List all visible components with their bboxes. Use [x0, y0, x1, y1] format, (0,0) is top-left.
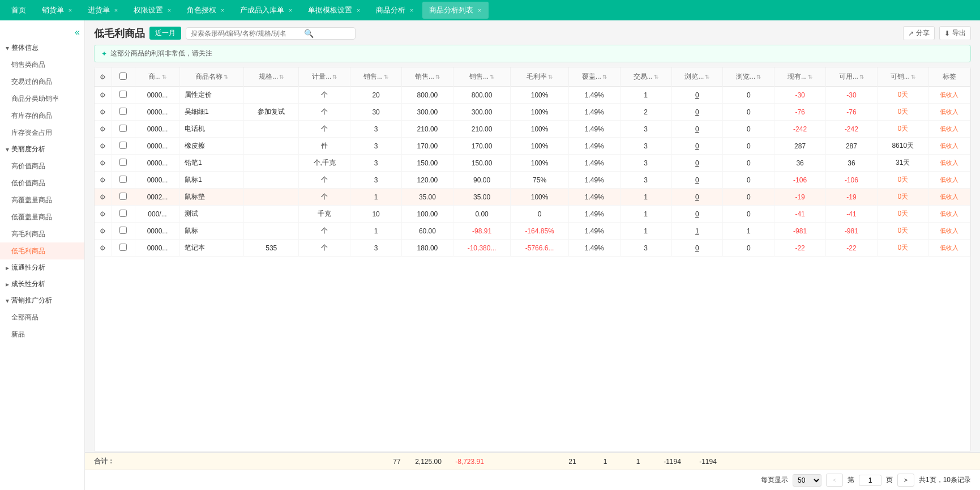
sort-unit[interactable]: 计量... ⇅ [312, 72, 337, 82]
sidebar-item-new-goods[interactable]: 新品 [0, 326, 84, 343]
nav-home[interactable]: 首页 [5, 2, 33, 19]
sidebar-item-low-gross[interactable]: 低毛利商品 [0, 242, 84, 259]
nav-analysis-list-close[interactable]: × [478, 7, 481, 14]
sort-view1[interactable]: 浏览... ⇅ [684, 72, 709, 82]
row-select-checkbox[interactable] [119, 227, 127, 234]
col-name-header[interactable]: 商品名称 ⇅ [180, 67, 244, 87]
nav-purchase[interactable]: 进货单 × [81, 2, 125, 19]
row-checkbox[interactable] [112, 121, 135, 138]
nav-permissions[interactable]: 权限设置 × [127, 2, 178, 19]
row-view1[interactable]: 0 [671, 240, 723, 257]
sidebar-group-marketing[interactable]: ▾ 营销推广分析 [0, 292, 84, 309]
row-select-checkbox[interactable] [119, 159, 127, 166]
nav-sales[interactable]: 销货单 × [35, 2, 79, 19]
row-settings[interactable]: ⚙ [95, 121, 112, 138]
row-checkbox[interactable] [112, 155, 135, 172]
sidebar-item-sales-goods[interactable]: 销售类商品 [0, 56, 84, 73]
col-spec-header[interactable]: 规格... ⇅ [244, 67, 299, 87]
row-view1[interactable]: 0 [671, 189, 723, 206]
row-view1[interactable]: 0 [671, 172, 723, 189]
sort-name[interactable]: 商品名称 ⇅ [195, 72, 228, 82]
col-checkbox-header[interactable] [112, 67, 135, 87]
nav-sales-close[interactable]: × [69, 7, 72, 14]
row-settings[interactable]: ⚙ [95, 138, 112, 155]
row-checkbox[interactable] [112, 206, 135, 223]
export-button[interactable]: ⬇ 导出 [939, 26, 971, 40]
col-available-header[interactable]: 可用... ⇅ [825, 67, 877, 87]
nav-template[interactable]: 单据模板设置 × [301, 2, 367, 19]
nav-product-close[interactable]: × [289, 7, 292, 14]
nav-product-entry[interactable]: 产成品入库单 × [233, 2, 299, 19]
sidebar-item-in-stock[interactable]: 有库存的商品 [0, 107, 84, 124]
sidebar-group-growth[interactable]: ▸ 成长性分析 [0, 276, 84, 292]
row-checkbox[interactable] [112, 240, 135, 257]
next-page-btn[interactable]: ＞ [897, 474, 914, 487]
col-sales-price-header[interactable]: 销售... ⇅ [402, 67, 453, 87]
sidebar-item-capital[interactable]: 库存资金占用 [0, 124, 84, 141]
sort-trade[interactable]: 交易... ⇅ [634, 72, 658, 82]
row-settings[interactable]: ⚙ [95, 240, 112, 257]
col-cover-rate-header[interactable]: 覆盖... ⇅ [568, 67, 620, 87]
prev-page-btn[interactable]: ＜ [826, 474, 843, 487]
col-gross-rate-header[interactable]: 毛利率 ⇅ [511, 67, 569, 87]
row-checkbox[interactable] [112, 172, 135, 189]
sidebar-item-traded-goods[interactable]: 交易过的商品 [0, 73, 84, 90]
row-view1[interactable]: 0 [671, 206, 723, 223]
row-settings[interactable]: ⚙ [95, 172, 112, 189]
col-view2-header[interactable]: 浏览... ⇅ [723, 67, 774, 87]
row-settings[interactable]: ⚙ [95, 189, 112, 206]
row-settings[interactable]: ⚙ [95, 206, 112, 223]
sidebar-collapse-btn[interactable]: « [75, 27, 80, 37]
row-select-checkbox[interactable] [119, 176, 127, 183]
col-settings[interactable]: ⚙ [95, 67, 112, 87]
nav-role-auth[interactable]: 角色授权 × [180, 2, 231, 19]
nav-product-analysis[interactable]: 商品分析 × [369, 2, 420, 19]
sort-current-stock[interactable]: 现有... ⇅ [788, 72, 812, 82]
sort-gross-rate[interactable]: 毛利率 ⇅ [527, 72, 553, 82]
row-select-checkbox[interactable] [119, 210, 127, 217]
row-select-checkbox[interactable] [119, 193, 127, 200]
sidebar-group-overall[interactable]: ▾ 整体信息 [0, 40, 84, 56]
row-checkbox[interactable] [112, 87, 135, 104]
row-view1[interactable]: 1 [671, 223, 723, 240]
per-page-select[interactable]: 50 20 100 [793, 474, 821, 487]
row-view1[interactable]: 0 [671, 121, 723, 138]
col-sellable-header[interactable]: 可销... ⇅ [877, 67, 928, 87]
sort-sales-qty[interactable]: 销售... ⇅ [363, 72, 388, 82]
row-checkbox[interactable] [112, 138, 135, 155]
row-checkbox[interactable] [112, 223, 135, 240]
nav-permissions-close[interactable]: × [168, 7, 171, 14]
sidebar-item-high-coverage[interactable]: 高覆盖量商品 [0, 191, 84, 208]
sort-sellable[interactable]: 可销... ⇅ [891, 72, 915, 82]
sidebar-item-category-rate[interactable]: 商品分类助销率 [0, 90, 84, 107]
row-view1[interactable]: 0 [671, 138, 723, 155]
sidebar-item-high-gross[interactable]: 高毛利商品 [0, 225, 84, 242]
row-settings[interactable]: ⚙ [95, 223, 112, 240]
sidebar-group-beauty[interactable]: ▾ 美丽度分析 [0, 141, 84, 157]
col-view1-header[interactable]: 浏览... ⇅ [671, 67, 723, 87]
nav-analysis-close[interactable]: × [410, 7, 413, 14]
nav-product-analysis-list[interactable]: 商品分析列表 × [422, 2, 488, 19]
row-view1[interactable]: 0 [671, 155, 723, 172]
row-settings[interactable]: ⚙ [95, 104, 112, 121]
nav-purchase-close[interactable]: × [114, 7, 118, 14]
sort-view2[interactable]: 浏览... ⇅ [736, 72, 761, 82]
col-current-stock-header[interactable]: 现有... ⇅ [774, 67, 826, 87]
row-settings[interactable]: ⚙ [95, 87, 112, 104]
sidebar-item-high-value[interactable]: 高价值商品 [0, 157, 84, 174]
row-settings[interactable]: ⚙ [95, 155, 112, 172]
row-view1[interactable]: 0 [671, 104, 723, 121]
search-input[interactable] [191, 29, 304, 37]
row-select-checkbox[interactable] [119, 91, 127, 98]
share-button[interactable]: ↗ 分享 [903, 26, 935, 40]
row-select-checkbox[interactable] [119, 108, 127, 115]
row-select-checkbox[interactable] [119, 125, 127, 132]
sort-sales-price[interactable]: 销售... ⇅ [415, 72, 440, 82]
select-all-checkbox[interactable] [119, 73, 127, 80]
col-tag-header[interactable]: 标签 [928, 67, 970, 87]
row-select-checkbox[interactable] [119, 244, 127, 251]
sidebar-group-circulation[interactable]: ▸ 流通性分析 [0, 259, 84, 276]
col-code-header[interactable]: 商... ⇅ [135, 67, 179, 87]
col-sales-amount-header[interactable]: 销售... ⇅ [453, 67, 510, 87]
sidebar-item-low-coverage[interactable]: 低覆盖量商品 [0, 208, 84, 225]
